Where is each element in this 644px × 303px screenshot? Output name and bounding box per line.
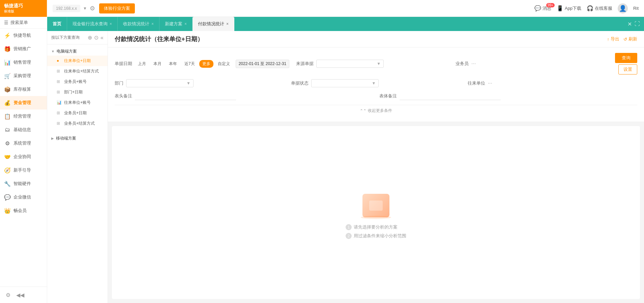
settings-footer-btn[interactable]: ⚙ [3, 290, 13, 300]
collapse-conditions-btn[interactable]: ⌃⌃ 收起更多条件 [360, 108, 392, 114]
scheme-partner-payment[interactable]: ⊞ 往来单位+结算方式 [47, 66, 108, 77]
export-btn[interactable]: ↑ 导出 [607, 36, 620, 42]
chart-scheme-icon: 📊 [57, 100, 62, 105]
this-month-btn[interactable]: 本月 [150, 60, 165, 68]
filter-row-1: 单据日期 上月 本月 本年 近7天 更多 自定义 2022-01-01 至 20… [115, 53, 637, 74]
tab-close-icon[interactable]: × [151, 22, 154, 26]
collapse-panel-btn[interactable]: « [100, 35, 104, 41]
scheme-icon: ⊞ [57, 90, 62, 95]
topbar-address: 192.168.x.x [53, 5, 80, 12]
empty-illustration [356, 184, 396, 217]
header-note-input[interactable] [135, 92, 236, 100]
topbar-gear-icon[interactable]: ⚙ [90, 5, 95, 12]
dept-select[interactable]: ▼ [126, 79, 194, 87]
pc-section-title[interactable]: ▼ 电脑端方案 [47, 47, 108, 56]
refresh-btn[interactable]: ↺ 刷新 [623, 36, 637, 42]
folder-icon: 🗂 [4, 126, 11, 133]
collapse-sidebar-btn[interactable]: ◀◀ [16, 290, 25, 300]
sidebar-item-system[interactable]: ⚙ 系统管理 [0, 137, 47, 150]
body-note-filter: 表体备注 [379, 92, 637, 100]
last-7-days-btn[interactable]: 近7天 [181, 60, 198, 68]
sidebar-item-sales[interactable]: 📊 销售管理 [0, 56, 47, 69]
date-range-input[interactable]: 2022-01-01 至 2022-12-31 [236, 60, 289, 68]
mobile-section-title[interactable]: ▶ 移动端方案 [47, 134, 108, 143]
topbar-left: 192.168.x.x ▼ ⚙ [53, 5, 95, 12]
tab-bank-flow[interactable]: 现金银行流水查询 × [67, 17, 118, 31]
custom-date-btn[interactable]: 自定义 [215, 60, 233, 68]
logo-sub: 标准版 [4, 9, 23, 14]
sidebar-item-member[interactable]: 👑 畅会员 [0, 204, 47, 217]
sidebar-item-operations[interactable]: 📋 经营管理 [0, 110, 47, 123]
tab-close-icon[interactable]: × [110, 22, 112, 26]
sidebar-item-guide[interactable]: 🧭 新手引导 [0, 163, 47, 177]
scheme-partner-date[interactable]: ● 往来单位+日期 [47, 56, 108, 66]
page-title: 付款情况统计（往来单位+日期） [115, 35, 203, 43]
compass-icon: 🧭 [4, 167, 11, 174]
sidebar-item-fund[interactable]: 💰 资金管理 [0, 96, 47, 110]
tab-new-plan[interactable]: 新建方案 × [159, 17, 193, 31]
last-month-btn[interactable]: 上月 [135, 60, 149, 68]
partner-select-btn[interactable]: ··· [488, 80, 492, 86]
topbar-msg[interactable]: 💬 消息 99+ [534, 5, 551, 11]
collapse-bar: ⌃⌃ 收起更多条件 [115, 105, 637, 116]
query-btn[interactable]: 查询 [615, 53, 637, 63]
sidebar-item-label: 畅会员 [13, 208, 27, 214]
body-note-input[interactable] [400, 92, 501, 100]
staff-select-btn[interactable]: ··· [471, 61, 476, 67]
topbar-dropdown-btn[interactable]: ▼ [83, 6, 87, 11]
sidebar-item-enterprise[interactable]: 🤝 企业协同 [0, 150, 47, 163]
topbar-avatar[interactable]: 👤 [618, 3, 628, 13]
source-select[interactable]: ▼ [316, 60, 384, 68]
topbar-right: 💬 消息 99+ 📱 App下载 🎧 在线客服 👤 Rit [534, 3, 639, 13]
scheme-icon: ⊞ [57, 111, 62, 116]
tab-payment-stats[interactable]: 付款情况统计 × [193, 17, 234, 31]
topbar-app[interactable]: 📱 App下载 [557, 5, 581, 11]
scheme-staff-payment[interactable]: ⊞ 业务员+结算方式 [47, 118, 108, 129]
sidebar-item-marketing[interactable]: 🎁 营销推广 [0, 42, 47, 56]
header-note-label: 表头备注 [115, 93, 132, 99]
tab-close-icon[interactable]: × [226, 22, 229, 26]
source-filter: 来源单据 ▼ [296, 60, 449, 68]
sidebar-item-wechat[interactable]: 💬 企业微信 [0, 190, 47, 204]
scheme-staff-account[interactable]: ⊞ 业务员+账号 [47, 77, 108, 87]
voucher-status-filter: 单据状态 ▼ [291, 79, 461, 87]
left-panel-actions: ⊕ ⊙ « [88, 34, 104, 41]
sidebar-item-label: 快捷导航 [13, 32, 31, 38]
left-panel: 按以下方案查询 ⊕ ⊙ « ▼ 电脑端方案 ● 往来单位+日期 ⊞ [47, 31, 108, 303]
mobile-section: ▶ 移动端方案 [47, 131, 108, 145]
scheme-partner-account[interactable]: 📊 往来单位+账号 [47, 97, 108, 108]
sidebar-item-basic[interactable]: 🗂 基础信息 [0, 123, 47, 137]
collapse-btn-label: 收起更多条件 [368, 108, 392, 114]
tab-home[interactable]: 首页 [47, 17, 67, 31]
more-dates-btn[interactable]: 更多 [199, 60, 213, 68]
sidebar-item-quick-nav[interactable]: ⚡ 快捷导航 [0, 29, 47, 42]
scheme-label: 业务员+日期 [64, 110, 87, 116]
sidebar-item-hardware[interactable]: 🔧 智能硬件 [0, 177, 47, 190]
add-scheme-btn[interactable]: ⊕ [88, 34, 92, 41]
search-menu[interactable]: ☰ 搜索菜单 [0, 17, 47, 29]
manage-scheme-btn[interactable]: ⊙ [94, 34, 98, 41]
crown-icon: 👑 [4, 207, 11, 214]
tab-label: 现金银行流水查询 [72, 21, 108, 27]
scheme-dept-date[interactable]: ⊞ 部门+日期 [47, 87, 108, 97]
topbar-service[interactable]: 🎧 在线客服 [587, 5, 612, 11]
scheme-staff-date[interactable]: ⊞ 业务员+日期 [47, 108, 108, 118]
main-content: 192.168.x.x ▼ ⚙ 体验行业方案 💬 消息 99+ 📱 App下载 … [47, 0, 644, 303]
tab-close-icon[interactable]: × [184, 22, 187, 26]
sidebar-item-inventory[interactable]: 📦 库存核算 [0, 83, 47, 96]
tab-receipt-stats[interactable]: 收款情况统计 × [118, 17, 159, 31]
sidebar-item-purchase[interactable]: 🛒 采购管理 [0, 69, 47, 83]
left-panel-title: 按以下方案查询 [51, 35, 80, 40]
trial-btn[interactable]: 体验行业方案 [99, 3, 135, 13]
scheme-label: 往来单位+账号 [64, 100, 91, 105]
section-arrow-icon: ▼ [51, 50, 55, 53]
this-year-btn[interactable]: 本年 [166, 60, 180, 68]
settings-btn[interactable]: 设置 [618, 64, 637, 74]
filter-row-2: 部门 ▼ 单据状态 ▼ 往来单位 [115, 79, 637, 87]
topbar-username[interactable]: Rit [633, 6, 639, 11]
voucher-status-select[interactable]: ▼ [311, 79, 379, 87]
close-all-tabs-btn[interactable]: ✕ [627, 21, 632, 27]
staff-filter: 业务员 ··· [456, 61, 608, 67]
tab-label: 付款情况统计 [198, 21, 224, 27]
maximize-btn[interactable]: ⛶ [635, 21, 640, 27]
